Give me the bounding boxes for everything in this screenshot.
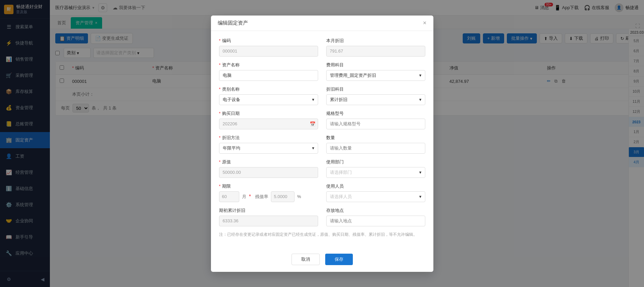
field-dept: 使用部门 请选择部门 ▾ (326, 159, 425, 178)
field-depr-method: * 折旧方法 年限平均 ▾ (219, 135, 318, 154)
residual-unit-label: % (297, 194, 301, 199)
dialog-row-2: * 资产名称 费用科目 管理费用_固定资产折旧 ▾ (219, 62, 425, 81)
dept-select[interactable]: 请选择部门 ▾ (326, 167, 425, 178)
field-period-residual: * 期限 月 * 残值率 % (219, 183, 318, 202)
user-label: 使用人员 (326, 183, 425, 189)
code-input[interactable] (219, 46, 318, 57)
category-required: * (219, 87, 221, 92)
depr-subject-select[interactable]: 累计折旧 ▾ (326, 94, 425, 105)
original-value-label: * 原值 (219, 159, 318, 165)
monthly-depr-input (326, 46, 425, 57)
field-initial-depr: 期初累计折旧 (219, 208, 318, 226)
storage-label: 存放地点 (326, 208, 425, 214)
period-residual-row: 月 * 残值率 % (219, 191, 318, 202)
field-category: * 类别名称 电子设备 ▾ (219, 86, 318, 105)
category-label: * 类别名称 (219, 86, 318, 92)
residual-input (271, 191, 295, 202)
dialog-row-5: * 折旧方法 年限平均 ▾ 数量 (219, 135, 425, 154)
calendar-icon[interactable]: 📅 (310, 121, 315, 127)
field-spec: 规格型号 (326, 110, 425, 129)
initial-depr-label: 期初累计折旧 (219, 208, 318, 214)
save-button[interactable]: 保存 (325, 254, 353, 265)
dialog-note: 注：已经存在变更记录或者对应固定资产已经生成凭证，原值、购买日期、残值率、累计折… (219, 232, 425, 237)
storage-input[interactable] (326, 216, 425, 226)
residual-rate-label: 残值率 (255, 194, 268, 200)
code-label: * 编码 (219, 38, 318, 44)
field-depr-subject: 折旧科目 累计折旧 ▾ (326, 86, 425, 105)
purchase-date-input[interactable] (219, 119, 318, 129)
user-select[interactable]: 请选择人员 ▾ (326, 191, 425, 202)
period-label: * 期限 (219, 183, 318, 189)
expense-subject-chevron-icon: ▾ (419, 73, 422, 78)
dialog-overlay: 编辑固定资产 × * 编码 本月折旧 (0, 0, 644, 287)
purchase-date-label: * 购买日期 (219, 110, 318, 117)
orig-required: * (219, 159, 221, 164)
depr-method-chevron-icon: ▾ (312, 146, 314, 151)
monthly-depr-label: 本月折旧 (326, 38, 425, 44)
dialog-close-button[interactable]: × (423, 20, 427, 27)
spec-input[interactable] (326, 119, 425, 129)
code-required-star: * (219, 38, 221, 43)
category-select[interactable]: 电子设备 ▾ (219, 94, 318, 105)
field-monthly-depr: 本月折旧 (326, 38, 425, 57)
depr-method-required: * (219, 135, 221, 140)
dialog-title: 编辑固定资产 (218, 20, 248, 26)
period-required: * (219, 184, 221, 189)
dialog-row-3: * 类别名称 电子设备 ▾ 折旧科目 累计折旧 ▾ (219, 86, 425, 105)
field-asset-name: * 资产名称 (219, 62, 318, 81)
category-value: 电子设备 (223, 97, 240, 103)
depr-subject-value: 累计折旧 (330, 97, 347, 103)
expense-subject-select[interactable]: 管理费用_固定资产折旧 ▾ (326, 70, 425, 81)
asset-name-input[interactable] (219, 70, 318, 81)
dept-chevron-icon: ▾ (419, 170, 422, 175)
depr-method-value: 年限平均 (223, 145, 240, 151)
dialog-row-6: * 原值 使用部门 请选择部门 ▾ (219, 159, 425, 178)
quantity-input[interactable] (326, 143, 425, 154)
field-quantity: 数量 (326, 135, 425, 154)
expense-subject-value: 管理费用_固定资产折旧 (330, 72, 376, 78)
field-storage: 存放地点 (326, 208, 425, 226)
depr-method-label: * 折旧方法 (219, 135, 318, 141)
depr-method-select[interactable]: 年限平均 ▾ (219, 143, 318, 154)
dialog-row-7: * 期限 月 * 残值率 % 使用人员 请选择人员 (219, 183, 425, 202)
user-chevron-icon: ▾ (419, 194, 422, 199)
dept-label: 使用部门 (326, 159, 425, 165)
cancel-button[interactable]: 取消 (292, 254, 320, 265)
field-original-value: * 原值 (219, 159, 318, 178)
user-placeholder: 请选择人员 (330, 194, 352, 200)
purchase-date-required: * (219, 111, 221, 116)
quantity-label: 数量 (326, 135, 425, 141)
category-chevron-icon: ▾ (312, 97, 314, 102)
dialog-row-1: * 编码 本月折旧 (219, 38, 425, 57)
dept-placeholder: 请选择部门 (330, 169, 352, 176)
period-unit-label: 月 (242, 194, 246, 200)
depr-subject-label: 折旧科目 (326, 86, 425, 92)
dialog-row-4: * 购买日期 📅 规格型号 (219, 110, 425, 129)
period-input (219, 191, 239, 202)
initial-depr-input (219, 216, 318, 226)
spec-label: 规格型号 (326, 110, 425, 117)
dialog-header: 编辑固定资产 × (211, 15, 433, 31)
dialog-row-8: 期初累计折旧 存放地点 (219, 208, 425, 226)
purchase-date-wrapper: 📅 (219, 119, 318, 129)
field-purchase-date: * 购买日期 📅 (219, 110, 318, 129)
original-value-input (219, 167, 318, 178)
edit-asset-dialog: 编辑固定资产 × * 编码 本月折旧 (211, 15, 433, 272)
residual-required: * (249, 194, 251, 200)
depr-subject-chevron-icon: ▾ (419, 97, 422, 102)
field-user: 使用人员 请选择人员 ▾ (326, 183, 425, 202)
expense-subject-label: 费用科目 (326, 62, 425, 68)
field-code: * 编码 (219, 38, 318, 57)
field-expense-subject: 费用科目 管理费用_固定资产折旧 ▾ (326, 62, 425, 81)
asset-name-required: * (219, 62, 221, 67)
dialog-body: * 编码 本月折旧 * 资产名称 (211, 31, 433, 248)
asset-name-label: * 资产名称 (219, 62, 318, 68)
dialog-footer: 取消 保存 (211, 248, 433, 272)
